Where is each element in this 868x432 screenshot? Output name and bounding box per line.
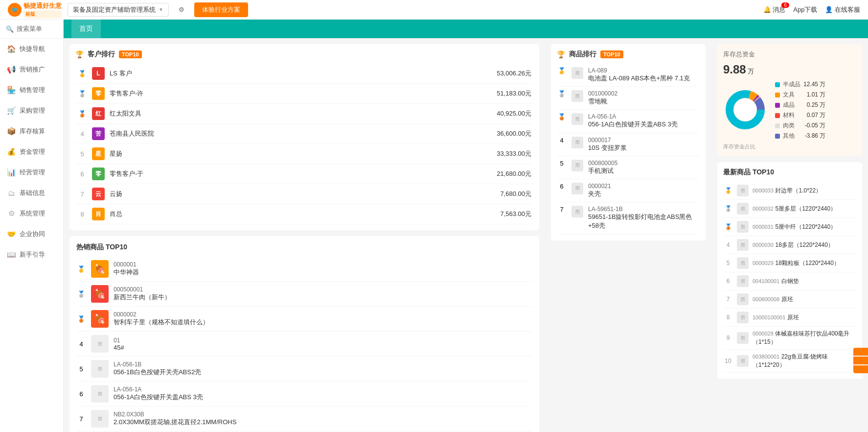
new-product-thumb: 图 [737, 203, 749, 215]
new-product-info: 0000029 18颗粒板（1220*2440） [753, 259, 856, 267]
mid-product-code: LA-59651-1B [588, 206, 700, 213]
legend-item: 其他 -3.86 万 [775, 132, 825, 140]
sidebar-item-guide[interactable]: 📖 新手引导 [0, 244, 63, 265]
new-rank-number: 10 [723, 358, 733, 364]
new-product-name: 18多层（1220*2440） [775, 241, 833, 248]
hot-product-item: 6 图 LA-056-1A 056-1A白色按键开关盖ABS 3壳 [76, 382, 532, 407]
top-bar: 🐦 畅捷通好生意 标版 装备及固定资产辅助管理系统 ▼ ⚙ 体验行业方案 🔔 消… [0, 0, 868, 20]
new-rank-number: 6 [723, 278, 733, 285]
sidebar-item-marketing[interactable]: 📢 营销推广 [0, 59, 63, 80]
sidebar-item-basic-info[interactable]: 🗂 基础信息 [0, 183, 63, 203]
new-rank-number: 8 [723, 314, 733, 321]
notification-bell[interactable]: 🔔 消息 6 [763, 5, 786, 14]
rank-number: 🥉 [77, 110, 87, 118]
sidebar-item-sales[interactable]: 🏪 销售管理 [0, 80, 63, 100]
rank-name: 苍南县人民医院 [110, 129, 492, 138]
cs-live-btn[interactable]: 直播 [853, 365, 868, 373]
new-product-name: 原坯 [781, 296, 793, 303]
new-rank-number: 🥇 [723, 187, 733, 194]
product-name: 45# [114, 344, 532, 351]
mid-product-info: 001000002 雪地靴 [588, 90, 700, 106]
product-name: 056-1B白色按键开关壳ABS2壳 [114, 368, 532, 377]
sidebar-item-operations[interactable]: 📊 经营管理 [0, 162, 63, 183]
mid-rank-number: 5 [557, 160, 567, 167]
product-name: 新西兰牛肉（新牛） [114, 293, 532, 302]
rank-avatar: 星 [92, 147, 105, 160]
new-product-name: 原坯 [787, 314, 799, 321]
legend-item: 文具 1.01 万 [775, 91, 825, 99]
sidebar-item-inventory[interactable]: 📦 库存核算 [0, 121, 63, 142]
cs-hotline-btn[interactable]: 客服热线 [853, 348, 868, 356]
legend-item: 肉类 -0.05 万 [775, 121, 825, 130]
legend-name: 半成品 [783, 80, 800, 89]
operations-icon: 📊 [7, 168, 16, 177]
new-product-item: 🥇 图 0000033 封边带（1.0*22） [723, 182, 856, 200]
system-selector[interactable]: 装备及固定资产辅助管理系统 ▼ [68, 3, 169, 17]
new-product-code: 0000028 [753, 331, 774, 336]
guide-icon: 📖 [7, 250, 16, 259]
mid-product-name: 056-1A白色按键开关盖ABS 3壳 [588, 120, 700, 129]
product-name: 2.0X30MM双搓花轴,搓花直径2.1MM/ROHS [114, 418, 532, 427]
product-info: 01 45# [114, 337, 532, 351]
sidebar-item-system[interactable]: ⚙ 系统管理 [0, 203, 63, 224]
online-service-link[interactable]: 👤 在线客服 [825, 5, 860, 14]
mid-product-info: 0000021 夹壳 [588, 183, 700, 198]
cs-community-btn[interactable]: 服务社区 [853, 357, 868, 364]
rank-amount: 21,680.00元 [497, 169, 531, 178]
new-product-code: 0000033 [753, 188, 774, 193]
customer-rank-item: 🥉 红 红太阳文具 40,925.00元 [75, 104, 533, 124]
new-product-thumb: 图 [737, 312, 749, 323]
mid-rank-number: 4 [557, 137, 567, 144]
mid-rank-number: 6 [557, 183, 567, 190]
legend-dot [775, 103, 780, 108]
rank-number: 7 [77, 191, 87, 198]
product-rank: 6 [76, 390, 86, 398]
mid-product-info: 0000017 10S 变扭罗浆 [588, 137, 700, 152]
new-product-code: 000800008 [753, 296, 779, 302]
rank-amount: 33,333.00元 [497, 149, 531, 158]
new-product-item: 🥉 图 0000031 5厘中纤（1220*2440） [723, 218, 856, 236]
sidebar-item-cooperation[interactable]: 🤝 企业协同 [0, 224, 63, 244]
product-info: 0000002 智利车子里（规格不知道填什么） [114, 311, 532, 327]
rank-avatar: 苦 [92, 127, 105, 140]
settings-icon[interactable]: ⚙ [175, 3, 188, 17]
customer-rank-item: 7 云 云扬 7,680.00元 [75, 184, 533, 204]
customer-ranking-panel: 🏆 客户排行 TOP10 🥇 L LS 客户 53,006.26元 🥈 零 零售… [69, 44, 539, 230]
new-product-code: 0000032 [753, 206, 774, 212]
sidebar-item-finance[interactable]: 💰 资金管理 [0, 142, 63, 162]
search-menu[interactable]: 🔍 搜索菜单 [0, 20, 63, 39]
new-product-code: 10000100001 [753, 314, 785, 320]
mid-product-code: LA-089 [588, 67, 700, 74]
app-download-link[interactable]: App下载 [793, 5, 817, 14]
rank-number: 6 [77, 170, 87, 178]
product-code: 0000001 [114, 261, 532, 268]
legend-dot [775, 82, 780, 87]
mid-product-info: LA-59651-1B 59651-1B旋转投影灯电池盒ABS黑色+58壳 [588, 206, 700, 230]
product-code: 0000002 [114, 311, 532, 318]
system-name: 装备及固定资产辅助管理系统 [73, 5, 156, 14]
new-product-item: 🥈 图 0000032 5厘多层（1220*2440） [723, 200, 856, 218]
customer-ranking-title: 🏆 客户排行 TOP10 [75, 50, 533, 59]
customer-rank-item: 🥈 零 零售客户-许 51,183.00元 [75, 84, 533, 104]
product-thumbnail: 图 [91, 360, 109, 378]
new-rank-number: 7 [723, 296, 733, 303]
main-content: 首页 🏆 客户排行 TOP10 🥇 L LS 客户 53,006.26元 🥈 零… [64, 20, 868, 432]
new-product-thumb: 图 [737, 239, 749, 251]
inventory-unit: 万 [748, 68, 754, 75]
sidebar-item-quick-nav[interactable]: 🏠 快捷导航 [0, 39, 63, 59]
hot-product-item: 7 图 NB2.0X30B 2.0X30MM双搓花轴,搓花直径2.1MM/ROH… [76, 407, 532, 432]
cs-float: 客服热线 服务社区 直播 [853, 348, 868, 373]
system-icon: ⚙ [7, 209, 16, 218]
mid-product-code: 001000002 [588, 90, 700, 97]
right-panel: 库存总资金 9.88 万 [711, 38, 868, 432]
legend-dot [775, 134, 780, 139]
product-rank: 🥈 [76, 290, 86, 298]
new-product-item: 4 图 0000030 18多层（1220*2440） [723, 236, 856, 254]
new-product-thumb: 图 [737, 257, 749, 269]
new-rank-number: 🥈 [723, 205, 733, 212]
mid-product-code: 0000021 [588, 183, 700, 190]
purchase-icon: 🛒 [7, 106, 16, 115]
nav-home[interactable]: 首页 [71, 20, 101, 38]
sidebar-item-purchase[interactable]: 🛒 采购管理 [0, 100, 63, 121]
trial-button[interactable]: 体验行业方案 [194, 2, 248, 17]
